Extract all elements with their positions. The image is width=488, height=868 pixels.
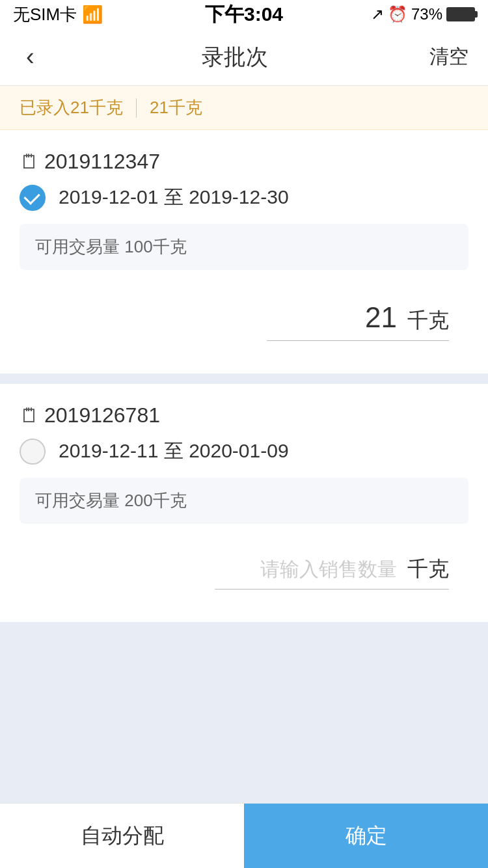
available-box-1: 可用交易量 100千克: [20, 224, 468, 270]
radio-button-2[interactable]: [20, 439, 46, 465]
info-divider: [136, 98, 137, 118]
carrier-text: 无SIM卡: [13, 3, 77, 26]
quantity-input-row-2[interactable]: 请输入销售数量 千克: [20, 539, 468, 584]
quantity-unit-1: 千克: [407, 306, 449, 335]
batch-icon-1: 🗒: [20, 151, 39, 173]
battery-icon: [446, 7, 475, 21]
quantity-display-1: 21 千克: [20, 286, 468, 335]
quantity-placeholder-2: 请输入销售数量: [260, 556, 397, 583]
alarm-icon: ⏰: [388, 5, 407, 23]
underline-row-1: [20, 335, 468, 354]
input-unit-2: 千克: [407, 555, 449, 584]
section-divider: [0, 373, 488, 384]
quantity-value-1: 21: [365, 301, 397, 334]
batch-id-1: 2019112347: [44, 150, 160, 174]
batch-item-2: 🗒 2019126781 2019-12-11 至 2020-01-09 可用交…: [0, 384, 488, 622]
wifi-icon: 📶: [82, 5, 103, 25]
info-banner: 已录入21千克 21千克: [0, 86, 488, 130]
batch-date-1: 2019-12-01 至 2019-12-30: [59, 184, 289, 211]
status-bar: 无SIM卡 📶 下午3:04 ↗ ⏰ 73%: [0, 0, 488, 29]
confirm-button[interactable]: 确定: [244, 804, 488, 868]
batch-date-row-1[interactable]: 2019-12-01 至 2019-12-30: [20, 184, 468, 211]
batch-id-row-2: 🗒 2019126781: [20, 403, 468, 427]
status-right: ↗ ⏰ 73%: [371, 5, 475, 23]
recorded-quantity: 已录入21千克: [20, 96, 123, 119]
battery-text: 73%: [411, 5, 442, 23]
input-underline-row-2: [20, 584, 468, 603]
batch-id-2: 2019126781: [44, 403, 160, 427]
batch-id-row-1: 🗒 2019112347: [20, 150, 468, 174]
total-quantity: 21千克: [150, 96, 202, 119]
content-area: 🗒 2019112347 2019-12-01 至 2019-12-30 可用交…: [0, 130, 488, 868]
bottom-bar: 自动分配 确定: [0, 803, 488, 868]
batch-item-1: 🗒 2019112347 2019-12-01 至 2019-12-30 可用交…: [0, 130, 488, 373]
batch-date-2: 2019-12-11 至 2020-01-09: [59, 438, 289, 465]
batch-date-row-2[interactable]: 2019-12-11 至 2020-01-09: [20, 438, 468, 465]
auto-distribute-button[interactable]: 自动分配: [0, 804, 244, 868]
status-time: 下午3:04: [205, 1, 283, 28]
qty-underline-1: [267, 340, 449, 341]
available-box-2: 可用交易量 200千克: [20, 478, 468, 524]
input-qty-line-2: [215, 589, 449, 590]
back-button[interactable]: ‹: [20, 36, 41, 77]
page-title: 录批次: [202, 42, 268, 72]
status-left: 无SIM卡 📶: [13, 3, 103, 26]
batch-icon-2: 🗒: [20, 405, 39, 427]
location-icon: ↗: [371, 5, 384, 23]
radio-button-1[interactable]: [20, 185, 46, 211]
clear-button[interactable]: 清空: [429, 44, 468, 70]
nav-bar: ‹ 录批次 清空: [0, 29, 488, 86]
